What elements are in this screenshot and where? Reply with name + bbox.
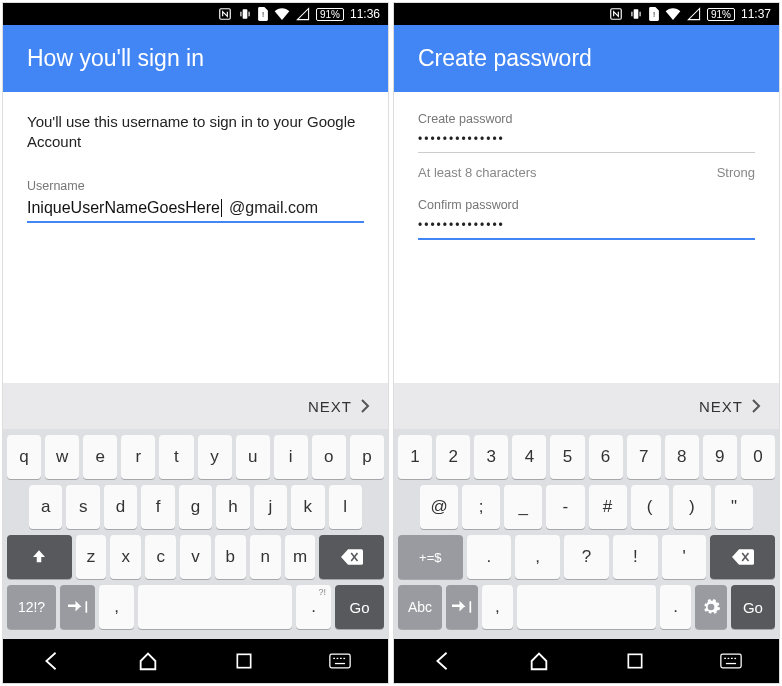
page-title: How you'll sign in bbox=[3, 25, 388, 92]
key-q[interactable]: q bbox=[7, 435, 41, 479]
tab-key[interactable] bbox=[60, 585, 95, 629]
go-key[interactable]: Go bbox=[335, 585, 384, 629]
comma-key[interactable]: , bbox=[99, 585, 134, 629]
letters-key[interactable]: Abc bbox=[398, 585, 442, 629]
key-c[interactable]: c bbox=[145, 535, 176, 579]
shift-key[interactable] bbox=[7, 535, 72, 579]
create-password-input[interactable]: •••••••••••••• bbox=[418, 132, 755, 153]
key-j[interactable]: j bbox=[254, 485, 287, 529]
back-icon[interactable] bbox=[431, 650, 453, 672]
key-1[interactable]: 1 bbox=[398, 435, 432, 479]
period-key[interactable]: .?! bbox=[296, 585, 331, 629]
key-u[interactable]: u bbox=[236, 435, 270, 479]
key-#[interactable]: # bbox=[589, 485, 627, 529]
confirm-password-input[interactable]: •••••••••••••• bbox=[418, 218, 755, 240]
key-9[interactable]: 9 bbox=[703, 435, 737, 479]
key-_[interactable]: _ bbox=[504, 485, 542, 529]
svg-rect-6 bbox=[329, 654, 349, 668]
key-0[interactable]: 0 bbox=[741, 435, 775, 479]
username-input[interactable]: IniqueUserNameGoesHere @gmail.com bbox=[27, 199, 364, 224]
next-label: NEXT bbox=[308, 398, 352, 415]
subtitle-text: You'll use this username to sign in to y… bbox=[27, 112, 364, 153]
key-b[interactable]: b bbox=[215, 535, 246, 579]
key-5[interactable]: 5 bbox=[550, 435, 584, 479]
key-2[interactable]: 2 bbox=[436, 435, 470, 479]
signal-icon bbox=[296, 7, 310, 21]
key-![interactable]: ! bbox=[613, 535, 658, 579]
key-i[interactable]: i bbox=[274, 435, 308, 479]
nfc-icon bbox=[218, 7, 232, 21]
key-)[interactable]: ) bbox=[673, 485, 711, 529]
key-?[interactable]: ? bbox=[564, 535, 609, 579]
sim-icon: ! bbox=[258, 7, 268, 21]
svg-rect-18 bbox=[720, 654, 740, 668]
key-;[interactable]: ; bbox=[462, 485, 500, 529]
period-key[interactable]: . bbox=[660, 585, 692, 629]
more-symbols-key[interactable]: +=$ bbox=[398, 535, 463, 579]
tab-key[interactable] bbox=[446, 585, 478, 629]
key-([interactable]: ( bbox=[631, 485, 669, 529]
backspace-key[interactable] bbox=[319, 535, 384, 579]
key-k[interactable]: k bbox=[291, 485, 324, 529]
key-p[interactable]: p bbox=[350, 435, 384, 479]
comma-key[interactable]: , bbox=[482, 585, 514, 629]
clock: 11:36 bbox=[350, 7, 380, 21]
key-6[interactable]: 6 bbox=[589, 435, 623, 479]
key-y[interactable]: y bbox=[198, 435, 232, 479]
key-o[interactable]: o bbox=[312, 435, 346, 479]
key-4[interactable]: 4 bbox=[512, 435, 546, 479]
battery-icon: 91% bbox=[316, 8, 344, 21]
key-row-4: Abc , . Go bbox=[398, 585, 775, 629]
vibrate-icon bbox=[629, 7, 643, 21]
recent-icon[interactable] bbox=[625, 651, 645, 671]
key-'[interactable]: ' bbox=[662, 535, 707, 579]
key-f[interactable]: f bbox=[141, 485, 174, 529]
password-strength: Strong bbox=[717, 165, 755, 180]
key-,[interactable]: , bbox=[515, 535, 560, 579]
settings-key[interactable] bbox=[695, 585, 727, 629]
keyboard-toggle-icon[interactable] bbox=[329, 653, 351, 669]
svg-rect-15 bbox=[639, 12, 640, 17]
key-.[interactable]: . bbox=[467, 535, 512, 579]
key-@[interactable]: @ bbox=[420, 485, 458, 529]
key-8[interactable]: 8 bbox=[665, 435, 699, 479]
space-key[interactable] bbox=[138, 585, 292, 629]
key-n[interactable]: n bbox=[250, 535, 281, 579]
next-button[interactable]: NEXT bbox=[3, 383, 388, 429]
confirm-password-label: Confirm password bbox=[418, 198, 755, 212]
key-row-1: 1234567890 bbox=[398, 435, 775, 479]
key-h[interactable]: h bbox=[216, 485, 249, 529]
back-icon[interactable] bbox=[40, 650, 62, 672]
key-3[interactable]: 3 bbox=[474, 435, 508, 479]
next-button[interactable]: NEXT bbox=[394, 383, 779, 429]
key-x[interactable]: x bbox=[110, 535, 141, 579]
key-a[interactable]: a bbox=[29, 485, 62, 529]
next-label: NEXT bbox=[699, 398, 743, 415]
key-g[interactable]: g bbox=[179, 485, 212, 529]
keyboard-toggle-icon[interactable] bbox=[720, 653, 742, 669]
android-nav-bar bbox=[394, 639, 779, 683]
space-key[interactable] bbox=[517, 585, 656, 629]
key-7[interactable]: 7 bbox=[627, 435, 661, 479]
key-z[interactable]: z bbox=[76, 535, 107, 579]
key-m[interactable]: m bbox=[285, 535, 316, 579]
key-s[interactable]: s bbox=[66, 485, 99, 529]
key--[interactable]: - bbox=[546, 485, 584, 529]
key-r[interactable]: r bbox=[121, 435, 155, 479]
symbols-key[interactable]: 12!? bbox=[7, 585, 56, 629]
key-d[interactable]: d bbox=[104, 485, 137, 529]
backspace-key[interactable] bbox=[710, 535, 775, 579]
username-suffix: @gmail.com bbox=[229, 199, 318, 217]
key-row-3: +=$ .,?!' bbox=[398, 535, 775, 579]
key-"[interactable]: " bbox=[715, 485, 753, 529]
key-w[interactable]: w bbox=[45, 435, 79, 479]
key-t[interactable]: t bbox=[159, 435, 193, 479]
key-v[interactable]: v bbox=[180, 535, 211, 579]
home-icon[interactable] bbox=[528, 650, 550, 672]
key-l[interactable]: l bbox=[329, 485, 362, 529]
go-key[interactable]: Go bbox=[731, 585, 775, 629]
home-icon[interactable] bbox=[137, 650, 159, 672]
key-e[interactable]: e bbox=[83, 435, 117, 479]
recent-icon[interactable] bbox=[234, 651, 254, 671]
chevron-right-icon bbox=[360, 399, 370, 413]
